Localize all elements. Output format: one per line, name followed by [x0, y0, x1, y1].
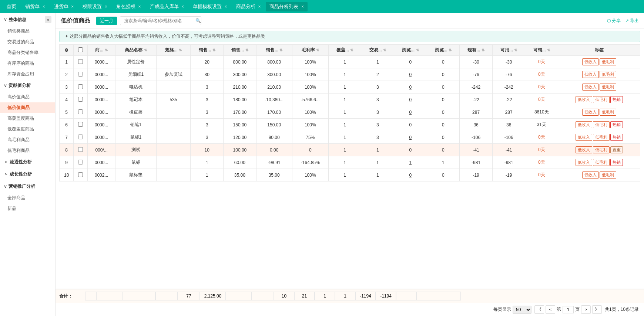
share-btn[interactable]: ⬡ 分享 — [607, 18, 621, 24]
col-code[interactable]: 商... ⇅ — [88, 45, 115, 56]
sidebar-item-high-margin[interactable]: 高毛利商品 — [0, 135, 55, 145]
cell-checkbox[interactable] — [74, 156, 88, 169]
cell-browse1-link[interactable]: 0 — [409, 135, 412, 140]
cell-browse1-link[interactable]: 0 — [409, 110, 412, 115]
nav-permission[interactable]: 权限设置 × — [79, 2, 111, 11]
cell-code: 0000... — [88, 106, 115, 119]
col-trade[interactable]: 交易... ⇅ — [361, 45, 394, 56]
prev-page-btn[interactable]: ＜ — [546, 305, 555, 314]
cell-checkbox[interactable] — [74, 144, 88, 156]
row-checkbox[interactable] — [78, 97, 83, 102]
row-checkbox[interactable] — [78, 72, 83, 77]
sidebar-group-growth[interactable]: ＞成长性分析 — [0, 168, 55, 180]
row-checkbox[interactable] — [78, 84, 83, 89]
row-checkbox[interactable] — [78, 172, 83, 177]
sidebar-group-marketing[interactable]: ∨营销推广分析 — [0, 180, 55, 193]
sidebar-item-inventory-goods[interactable]: 有库序的商品 — [0, 58, 55, 69]
sidebar-item-category-rate[interactable]: 商品分类销售率 — [0, 47, 55, 58]
sidebar-item-capital-usage[interactable]: 库存资金占用 — [0, 69, 55, 79]
sidebar-group-contribution[interactable]: ∨贡献值分析 — [0, 79, 55, 92]
sidebar-item-traded-goods[interactable]: 交易过的商品 — [0, 37, 55, 47]
cell-checkbox[interactable] — [74, 169, 88, 181]
col-sellable[interactable]: 可销... ⇅ — [525, 45, 558, 56]
export-btn[interactable]: ↗ 导出 — [625, 18, 639, 24]
col-sales-qty[interactable]: 销售... ⇅ — [191, 45, 224, 56]
cell-browse1-link[interactable]: 0 — [409, 85, 412, 90]
sidebar-group-flow[interactable]: ＞流通性分析 — [0, 156, 55, 168]
cell-checkbox[interactable] — [74, 56, 88, 68]
cell-name: 橡皮擦 — [115, 106, 157, 119]
page-number-input[interactable] — [563, 306, 574, 313]
cell-sales-avg: 210.00 — [256, 81, 292, 94]
last-page-btn[interactable]: 》 — [592, 305, 602, 314]
tag-低收入: 低收入 — [576, 146, 592, 153]
cell-browse1-link[interactable]: 0 — [409, 60, 412, 65]
nav-analysis[interactable]: 商品分析 × — [232, 2, 265, 11]
table-row: 90000...鼠标160.00-98.91-164.85%1111-981-9… — [60, 156, 640, 169]
sidebar-item-high-coverage[interactable]: 高覆盖度商品 — [0, 113, 55, 124]
cell-coverage: 1 — [328, 144, 361, 156]
cell-checkbox[interactable] — [74, 131, 88, 144]
sidebar-item-sales-goods[interactable]: 销售类商品 — [0, 26, 55, 37]
col-name[interactable]: 商品名称 ⇅ — [115, 45, 157, 56]
nav-sales[interactable]: 销货单 × — [21, 2, 49, 11]
row-checkbox[interactable] — [78, 122, 83, 127]
sidebar-item-low-margin[interactable]: 低毛利商品 — [0, 145, 55, 156]
cell-browse1-link[interactable]: 0 — [409, 147, 412, 153]
cell-browse1-link[interactable]: 0 — [409, 173, 412, 178]
col-avail[interactable]: 可用... ⇅ — [492, 45, 525, 56]
collapse-btn-general[interactable]: « — [45, 16, 51, 23]
sidebar-item-low-coverage[interactable]: 低覆盖度商品 — [0, 124, 55, 135]
col-settings[interactable]: ⚙ — [60, 45, 74, 56]
col-stock[interactable]: 现有... ⇅ — [460, 45, 493, 56]
cell-checkbox[interactable] — [74, 94, 88, 106]
sidebar-item-low-value[interactable]: 低价值商品 — [0, 102, 55, 113]
col-browse1[interactable]: 浏览... ⇅ — [394, 45, 427, 56]
cell-checkbox[interactable] — [74, 81, 88, 94]
nav-role[interactable]: 角色授权 × — [113, 2, 145, 11]
cell-sales-qty: 30 — [191, 68, 224, 81]
col-checkbox[interactable] — [74, 45, 88, 56]
cell-stock: -22 — [460, 94, 493, 106]
cell-checkbox[interactable] — [74, 68, 88, 81]
cell-browse1-link[interactable]: 0 — [409, 97, 412, 102]
sidebar-group-general[interactable]: ∨整体信息 « — [0, 13, 55, 26]
col-coverage[interactable]: 覆盖... ⇅ — [328, 45, 361, 56]
col-browse2[interactable]: 浏览... ⇅ — [427, 45, 460, 56]
tag-低毛利: 低毛利 — [593, 159, 610, 166]
row-checkbox[interactable] — [78, 135, 83, 139]
col-sales-avg[interactable]: 销售... ⇅ — [256, 45, 292, 56]
cell-browse1-link[interactable]: 1 — [409, 160, 412, 165]
nav-analysis-list[interactable]: 商品分析列表 × — [266, 2, 308, 11]
next-page-btn[interactable]: ＞ — [581, 305, 591, 314]
nav-purchase[interactable]: 进货单 × — [50, 2, 78, 11]
col-gross-rate[interactable]: 毛利率 ⇅ — [292, 45, 328, 56]
row-checkbox[interactable] — [78, 59, 83, 64]
cell-num: 3 — [60, 81, 74, 94]
search-icon[interactable]: 🔍 — [195, 18, 201, 23]
cell-trade: 2 — [361, 68, 394, 81]
time-filter-btn[interactable]: 近一月 — [96, 17, 117, 25]
nav-template[interactable]: 单据模板设置 × — [189, 2, 231, 11]
col-tags[interactable]: 标签 — [558, 45, 640, 56]
table-row: 40000...笔记本5353180.00-10,380...-5766.6..… — [60, 94, 640, 106]
first-page-btn[interactable]: 《 — [534, 305, 544, 314]
cell-checkbox[interactable] — [74, 106, 88, 119]
select-all-checkbox[interactable] — [78, 47, 83, 52]
cell-tags: 低收入低毛利热销 — [558, 131, 640, 144]
cell-checkbox[interactable] — [74, 119, 88, 131]
sidebar-item-new-goods[interactable]: 新品 — [0, 203, 55, 214]
row-checkbox[interactable] — [78, 147, 83, 152]
per-page-select[interactable]: 50 100 — [513, 306, 531, 314]
sidebar-item-all-goods[interactable]: 全部商品 — [0, 193, 55, 203]
col-spec[interactable]: 规格... ⇅ — [156, 45, 191, 56]
row-checkbox[interactable] — [78, 160, 83, 164]
col-sales-amt[interactable]: 销售... ⇅ — [224, 45, 256, 56]
cell-browse1-link[interactable]: 0 — [409, 122, 412, 128]
row-checkbox[interactable] — [78, 109, 83, 114]
nav-home[interactable]: 首页 — [3, 2, 20, 11]
nav-stock-in[interactable]: 产成品入库单 × — [146, 2, 188, 11]
search-input[interactable] — [120, 16, 201, 25]
cell-browse1-link[interactable]: 0 — [409, 72, 412, 77]
sidebar-item-high-value[interactable]: 高价值商品 — [0, 92, 55, 102]
